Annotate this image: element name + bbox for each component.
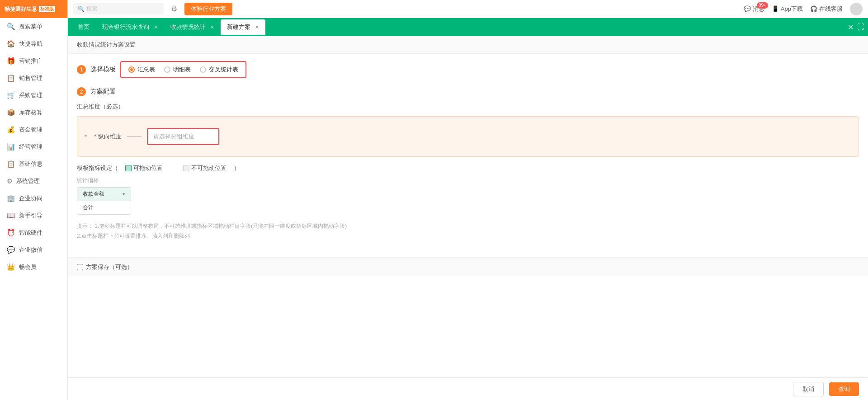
- search-icon: 🔍: [7, 23, 15, 31]
- tab-collection-label: 收款情况统计: [170, 23, 206, 31]
- purchase-icon: 🛒: [7, 91, 15, 99]
- sidebar-item-operations[interactable]: 📊 经营管理: [0, 138, 67, 155]
- notification-bell[interactable]: 💬 消息 99+: [744, 5, 764, 13]
- save-plan-checkbox[interactable]: [77, 264, 83, 270]
- draggable-label: 可拖动位置: [133, 164, 163, 172]
- radio-label-summary: 汇总表: [137, 66, 155, 74]
- sidebar-label-baseinfo: 基础信息: [19, 160, 42, 168]
- radio-cross[interactable]: 交叉统计表: [200, 66, 238, 74]
- tab-maximize-icon[interactable]: ⛶: [857, 23, 864, 31]
- stat-table-cell: 合计: [77, 201, 131, 214]
- step1-number: 1: [77, 65, 86, 74]
- sidebar-item-inventory[interactable]: 📦 库存核算: [0, 104, 67, 121]
- guide-icon: 📖: [7, 212, 15, 220]
- tab-collection-close[interactable]: ✕: [210, 24, 214, 30]
- legend-separator: [170, 164, 176, 172]
- sidebar-label-search: 搜索菜单: [19, 23, 42, 31]
- sidebar-item-finance[interactable]: 💰 资金管理: [0, 121, 67, 138]
- user-avatar[interactable]: [850, 3, 863, 15]
- tab-collection[interactable]: 收款情况统计 ✕: [164, 19, 221, 35]
- sidebar-item-enterprise-wechat[interactable]: 💬 企业微信: [0, 241, 67, 259]
- sidebar-logo: 畅捷通好生意 标准版: [0, 0, 67, 18]
- stat-row-label: 合计: [83, 204, 94, 211]
- sidebar-item-sales[interactable]: 📋 销售管理: [0, 70, 67, 87]
- stat-table-header[interactable]: 收款金额 ▾: [77, 188, 131, 201]
- topbar-right: 💬 消息 99+ 📱 App下载 🎧 在线客服: [744, 3, 863, 15]
- sidebar-item-smart-hw[interactable]: ⏰ 智能硬件: [0, 224, 67, 241]
- sidebar-item-base-info[interactable]: 📋 基础信息: [0, 155, 67, 173]
- sidebar-label-purchase: 采购管理: [19, 91, 42, 99]
- service-label: 在线客服: [819, 5, 843, 13]
- sidebar-label-sales: 销售管理: [19, 74, 42, 82]
- stat-table-section-label: 统计指标: [77, 177, 859, 184]
- radio-dot-cross: [200, 66, 206, 73]
- tab-newplan-close[interactable]: ✕: [255, 24, 259, 30]
- search-input[interactable]: 🔍 搜索: [73, 3, 164, 14]
- radio-summary[interactable]: 汇总表: [128, 66, 155, 74]
- sidebar-label-finance: 资金管理: [19, 126, 42, 134]
- tab-close-all-icon[interactable]: ✕: [848, 23, 854, 32]
- non-draggable-legend-box: [183, 165, 189, 171]
- tabbar-right: ✕ ⛶: [848, 23, 864, 32]
- settings-icon[interactable]: ⚙: [171, 5, 177, 13]
- bottom-action-bar: 取消 查询: [68, 377, 868, 400]
- sidebar-item-enterprise[interactable]: 🏢 企业协同: [0, 190, 67, 207]
- trial-button[interactable]: 体验行业方案: [184, 3, 232, 15]
- save-plan-label: 方案保存（可选）: [86, 263, 133, 271]
- tab-cashflow[interactable]: 现金银行流水查询 ✕: [96, 19, 164, 35]
- main-area: 🔍 搜索 ⚙ 体验行业方案 💬 消息 99+ 📱 App下载 🎧 在线客服 首页: [68, 0, 868, 400]
- bell-icon: 💬: [744, 5, 751, 12]
- sidebar-item-guide[interactable]: 📖 新手引导: [0, 207, 67, 224]
- tab-cashflow-close[interactable]: ✕: [154, 24, 158, 30]
- radio-dot-summary: [128, 66, 135, 73]
- sidebar-label-wechat: 企业微信: [19, 246, 42, 254]
- content-area: 收款情况统计方案设置 1 选择模板 汇总表: [68, 36, 868, 377]
- save-plan-checkbox-label[interactable]: 方案保存（可选）: [77, 263, 133, 271]
- page-header: 收款情况统计方案设置: [68, 36, 868, 54]
- online-service[interactable]: 🎧 在线客服: [810, 5, 843, 13]
- brand-name: 畅捷通好生意: [5, 6, 37, 12]
- dimension-select[interactable]: 请选择分组维度: [147, 128, 219, 145]
- search-icon: 🔍: [78, 6, 85, 12]
- download-label: App下载: [781, 5, 803, 13]
- sidebar-label-enterprise: 企业协同: [19, 194, 42, 202]
- gift-icon: 🎁: [7, 57, 15, 65]
- sidebar-label-inventory: 库存核算: [19, 108, 42, 117]
- baseinfo-icon: 📋: [7, 160, 15, 168]
- close-bracket: ）: [234, 164, 240, 172]
- tab-home[interactable]: 首页: [71, 19, 96, 35]
- dimension-row: * * 纵向维度 —— 请选择分组维度: [85, 128, 219, 145]
- radio-label-detail: 明细表: [173, 66, 191, 74]
- dimension-placeholder: 请选择分组维度: [153, 133, 194, 140]
- indicator-settings: 模板指标设定（ 可拖动位置 不可拖动位置 ）: [77, 164, 859, 216]
- step2-number: 2: [77, 87, 86, 96]
- plan-config: 汇总维度（必选） * * 纵向维度 —— 请选择分组维度: [77, 103, 859, 241]
- sidebar-item-quick-nav[interactable]: 🏠 快捷导航: [0, 35, 67, 52]
- sidebar-label-quicknav: 快捷导航: [19, 40, 42, 48]
- stat-header-label: 收款金额: [83, 190, 104, 198]
- enterprise-icon: 🏢: [7, 194, 15, 202]
- sidebar-item-marketing[interactable]: 🎁 营销推广: [0, 52, 67, 70]
- chevron-down-icon: ▾: [123, 191, 125, 197]
- page-wrapper: 收款情况统计方案设置 1 选择模板 汇总表: [68, 36, 868, 377]
- cancel-button[interactable]: 取消: [793, 382, 824, 396]
- step1-header: 1 选择模板 汇总表 明细表: [77, 61, 859, 78]
- tab-home-label: 首页: [78, 23, 90, 31]
- sidebar-item-search-menu[interactable]: 🔍 搜索菜单: [0, 18, 67, 35]
- sidebar-item-membership[interactable]: 👑 畅会员: [0, 259, 67, 276]
- membership-icon: 👑: [7, 263, 15, 271]
- query-button[interactable]: 查询: [829, 382, 859, 396]
- template-options: 汇总表 明细表 交叉统计表: [120, 61, 246, 78]
- tip-line-1: 提示： 1.拖动标题栏可以调整布局，不可跨维度或指标区域拖动栏目字段(只能在同一…: [77, 221, 859, 231]
- edition-badge: 标准版: [39, 6, 55, 12]
- sidebar-label-system: 系统管理: [16, 177, 40, 185]
- app-download[interactable]: 📱 App下载: [772, 5, 803, 13]
- radio-detail[interactable]: 明细表: [164, 66, 191, 74]
- sidebar-item-system[interactable]: ⚙ 系统管理: [0, 173, 67, 190]
- tab-new-plan[interactable]: 新建方案 ✕: [221, 19, 265, 35]
- legend-non-draggable: 不可拖动位置: [183, 164, 226, 172]
- sidebar-item-purchase[interactable]: 🛒 采购管理: [0, 87, 67, 104]
- indicator-title: 模板指标设定（: [77, 164, 118, 172]
- topbar: 🔍 搜索 ⚙ 体验行业方案 💬 消息 99+ 📱 App下载 🎧 在线客服: [68, 0, 868, 18]
- tab-newplan-label: 新建方案: [227, 23, 250, 31]
